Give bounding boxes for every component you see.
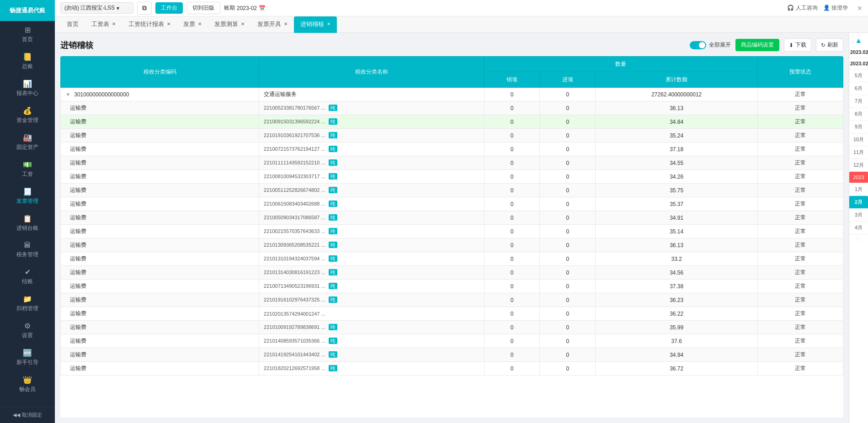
tab-salary-report-label: 工资统计报表 bbox=[128, 20, 164, 28]
cell-cumulative: 37.6 bbox=[596, 334, 758, 348]
settings-button[interactable]: 商品编码设置 bbox=[735, 39, 779, 51]
cell-sales: 0 bbox=[484, 197, 540, 211]
panel-month-11[interactable]: 11月 bbox=[849, 146, 868, 159]
cell-status: 正常 bbox=[758, 334, 843, 348]
calendar-icon: 📅 bbox=[259, 5, 266, 11]
panel-month-7[interactable]: 7月 bbox=[849, 95, 868, 108]
col-quantity-group-header: 数量 bbox=[484, 57, 758, 72]
download-button[interactable]: ⬇ 下载 bbox=[784, 38, 811, 52]
cell-cumulative: 27262.40000000012 bbox=[596, 88, 758, 101]
sidebar-item-member[interactable]: 👑 畅会员 bbox=[0, 371, 55, 398]
sidebar-item-settings[interactable]: ⚙ 设置 bbox=[0, 317, 55, 344]
sidebar-item-label: 首页 bbox=[22, 36, 33, 43]
sidebar-item-tax[interactable]: 🏛 税务管理 bbox=[0, 237, 55, 263]
panel-month-5[interactable]: 5月 bbox=[849, 69, 868, 82]
sidebar-item-label: 归档管理 bbox=[16, 305, 38, 312]
panel-month-6[interactable]: 6月 bbox=[849, 82, 868, 95]
sidebar-item-label: 畅会员 bbox=[19, 386, 36, 393]
sidebar-footer[interactable]: ◀◀ 取消固定 bbox=[0, 407, 55, 423]
company-name: (勿动) 江西报宝-LSS bbox=[64, 4, 115, 12]
tab-sales-check[interactable]: 进销稽核 ✕ bbox=[294, 16, 337, 33]
close-button[interactable]: ✕ bbox=[857, 5, 863, 12]
tab-invoice-calc[interactable]: 发票测算 ✕ bbox=[208, 16, 251, 33]
help-label[interactable]: 🎧 人工咨询 bbox=[787, 4, 817, 12]
cell-cumulative: 34.56 bbox=[596, 266, 758, 280]
user-display[interactable]: 👤 徐澄华 bbox=[823, 4, 848, 12]
col-tax-name-header: 税收分类名称 bbox=[259, 57, 484, 88]
salary-icon: 💵 bbox=[23, 160, 32, 169]
cell-purchase: 0 bbox=[540, 362, 596, 375]
sidebar-item-sales-ledger[interactable]: 📋 进销台账 bbox=[0, 210, 55, 237]
switch-version-button[interactable]: 切到旧版 bbox=[186, 2, 220, 14]
cell-cumulative: 34.94 bbox=[596, 348, 758, 362]
panel-month-8[interactable]: 8月 bbox=[849, 108, 868, 121]
expand-arrow[interactable]: ▼ bbox=[65, 91, 71, 98]
cell-sales: 0 bbox=[484, 115, 540, 129]
sidebar-item-settle[interactable]: ✔ 结账 bbox=[0, 263, 55, 290]
tab-home[interactable]: 首页 bbox=[60, 16, 85, 33]
col-status-header: 预警状态 bbox=[758, 57, 843, 88]
panel-month-4[interactable]: 4月 bbox=[849, 222, 868, 234]
panel-year-prev1[interactable]: 2023.02 bbox=[849, 47, 868, 58]
cell-status: 正常 bbox=[758, 348, 843, 362]
tab-invoice[interactable]: 发票 ✕ bbox=[177, 16, 208, 33]
col-purchase-header: 进项 bbox=[540, 72, 596, 88]
page-title: 进销稽核 bbox=[60, 40, 93, 51]
panel-month-10[interactable]: 10月 bbox=[849, 133, 868, 146]
tab-salary-table-close[interactable]: ✕ bbox=[112, 21, 116, 26]
cell-name: 运输费 bbox=[61, 225, 259, 238]
sidebar-item-report[interactable]: 📊 报表中心 bbox=[0, 75, 55, 102]
tab-salary-table[interactable]: 工资表 ✕ bbox=[85, 16, 122, 33]
cell-status: 正常 bbox=[758, 170, 843, 184]
cell-invoice-no: 22101309365208535221 ... 吨 bbox=[259, 238, 484, 252]
cell-purchase: 0 bbox=[540, 115, 596, 129]
expand-toggle[interactable]: 全部展开 bbox=[690, 41, 731, 49]
cell-sales: 0 bbox=[484, 321, 540, 334]
panel-month-1[interactable]: 1月 bbox=[849, 183, 868, 196]
up-arrow[interactable]: ▲ bbox=[853, 35, 864, 47]
cell-invoice-no: 22101820212692571958 ... 吨 bbox=[259, 362, 484, 375]
sidebar-item-label: 结账 bbox=[22, 278, 33, 286]
sidebar: 畅捷通易代账 ⊞ 首页 📒 总账 📊 报表中心 💰 资金管理 🏭 固定资产 💵 … bbox=[0, 0, 55, 423]
sidebar-item-ledger[interactable]: 📒 总账 bbox=[0, 48, 55, 75]
panel-month-2-active[interactable]: 2月 bbox=[849, 196, 868, 209]
panel-month-9[interactable]: 9月 bbox=[849, 121, 868, 133]
sidebar-item-home[interactable]: ⊞ 首页 bbox=[0, 21, 55, 48]
panel-month-3[interactable]: 3月 bbox=[849, 209, 868, 222]
copy-btn[interactable]: ⧉ bbox=[137, 2, 152, 15]
cell-cumulative: 34.84 bbox=[596, 115, 758, 129]
cell-status: 正常 bbox=[758, 362, 843, 375]
home-icon: ⊞ bbox=[25, 26, 31, 34]
tab-invoice-open-close[interactable]: ✕ bbox=[284, 21, 288, 26]
sidebar-item-archive[interactable]: 📁 归档管理 bbox=[0, 290, 55, 317]
workbench-button[interactable]: 工作台 bbox=[155, 2, 183, 14]
tab-sales-check-close[interactable]: ✕ bbox=[327, 21, 330, 26]
cell-cumulative: 34.91 bbox=[596, 211, 758, 225]
sidebar-item-fund[interactable]: 💰 资金管理 bbox=[0, 102, 55, 129]
refresh-button[interactable]: ↻ 刷新 bbox=[816, 38, 843, 52]
sidebar-item-invoice-mgr[interactable]: 🧾 发票管理 bbox=[0, 183, 55, 210]
table-row: 运输费 22101009192789838691 ... 吨 0 0 35.99… bbox=[61, 321, 843, 334]
cell-sales: 0 bbox=[484, 307, 540, 321]
cell-status: 正常 bbox=[758, 280, 843, 293]
company-selector[interactable]: (勿动) 江西报宝-LSS ▾ bbox=[60, 2, 133, 14]
tab-sales-check-label: 进销稽核 bbox=[300, 20, 324, 28]
toggle-switch[interactable] bbox=[690, 41, 706, 49]
tab-invoice-label: 发票 bbox=[183, 20, 195, 28]
tab-salary-report-close[interactable]: ✕ bbox=[167, 21, 170, 26]
tab-invoice-open[interactable]: 发票开具 ✕ bbox=[251, 16, 294, 33]
fund-icon: 💰 bbox=[23, 106, 32, 115]
tab-invoice-close[interactable]: ✕ bbox=[198, 21, 202, 26]
panel-year-prev2[interactable]: 2023.02 bbox=[849, 58, 868, 69]
tab-invoice-calc-close[interactable]: ✕ bbox=[241, 21, 245, 26]
panel-year-active[interactable]: 2023 bbox=[849, 172, 868, 183]
sidebar-item-salary[interactable]: 💵 工资 bbox=[0, 156, 55, 183]
sidebar-item-asset[interactable]: 🏭 固定资产 bbox=[0, 129, 55, 156]
cell-cumulative: 37.18 bbox=[596, 143, 758, 156]
table-row: 运输费 22100615083403402688 ... 吨 0 0 35.37… bbox=[61, 197, 843, 211]
tab-salary-report[interactable]: 工资统计报表 ✕ bbox=[122, 16, 177, 33]
toggle-label-text: 全部展开 bbox=[709, 41, 731, 49]
panel-month-12[interactable]: 12月 bbox=[849, 159, 868, 172]
sidebar-item-guide[interactable]: 🆕 新手引导 bbox=[0, 344, 55, 371]
cell-name: 运输费 bbox=[61, 252, 259, 266]
